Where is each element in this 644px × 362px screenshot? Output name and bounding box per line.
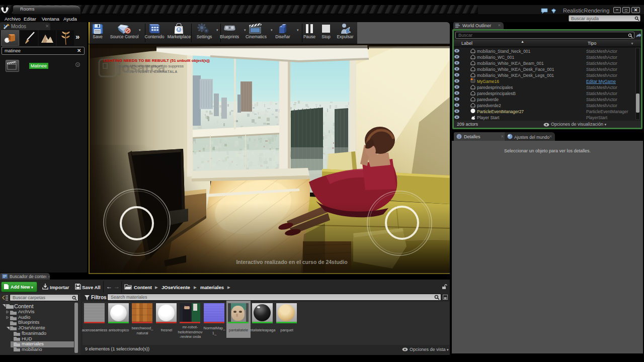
svg-text:JOSE VICENTE CARRATALA: JOSE VICENTE CARRATALA xyxy=(124,70,178,73)
svg-text:Interactivo realizado en el cu: Interactivo realizado en el curso de 24s… xyxy=(236,259,347,265)
svg-text:LIGHTING NEEDS TO BE REBUILT (: LIGHTING NEEDS TO BE REBUILT (51 unbuilt… xyxy=(103,58,210,63)
svg-text:'DisableAllScreenMessages' to: 'DisableAllScreenMessages' to suppress xyxy=(116,64,184,68)
svg-text:i: i xyxy=(458,135,459,139)
